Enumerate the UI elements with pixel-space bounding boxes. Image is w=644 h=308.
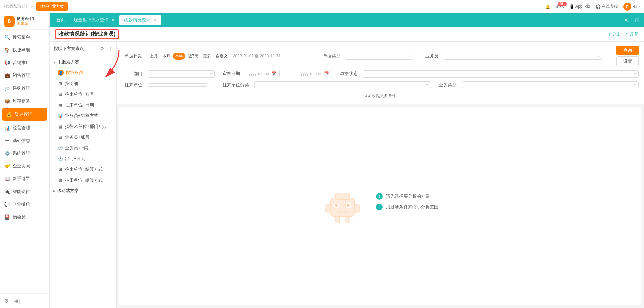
review-date-end[interactable]: yyyy-mm-dd 📅 — [298, 70, 332, 78]
scheme-list: ▼ 电脑端方案 👤 按业务员 ⊞ 按明细 ▦ — [50, 56, 116, 308]
this-month-btn[interactable]: 本月 — [160, 53, 172, 60]
doc-type-select[interactable]: ▾ — [346, 53, 413, 60]
scheme-item-label: 往来单位+结算方式 — [65, 166, 103, 172]
sidebar-label: 快捷导航 — [13, 47, 30, 53]
tab-bar: 首页 现金银行流水查询 ✕ 收款情况统计 ✕ ✕ ⊡ — [50, 13, 644, 27]
last-7-days-btn[interactable]: 近7天 — [186, 53, 200, 60]
filter-action-buttons: 查询 设置 — [616, 46, 639, 66]
sidebar-item-inventory[interactable]: 📦 库存核算 — [0, 95, 49, 107]
more-date-btn[interactable]: 更多 — [201, 53, 213, 60]
notification-count: 99+ — [558, 2, 567, 6]
sidebar-item-basic-info[interactable]: 🗃 基础信息 — [0, 134, 49, 147]
scheme-icon: ▦ — [58, 102, 63, 108]
counterparty-select[interactable] — [148, 83, 208, 87]
dept-select[interactable]: ▾ — [148, 70, 215, 78]
tab-home[interactable]: 首页 — [52, 15, 69, 25]
sidebar-label: 采购管理 — [13, 85, 30, 91]
review-date-start[interactable]: yyyy-mm-dd 📅 — [246, 70, 280, 78]
app-download[interactable]: 📱 App下载 — [569, 4, 590, 9]
sidebar-label: 系统管理 — [13, 150, 30, 156]
scheme-group-desktop-header[interactable]: ▼ 电脑端方案 — [50, 57, 116, 67]
user-avatar[interactable]: R Rit ▾ — [623, 3, 640, 11]
scheme-icon: 📊 — [58, 113, 63, 118]
download-icon: 📱 — [569, 4, 574, 9]
filter-row-2: 部门 ▾ 审核日期 yyyy-mm-dd 📅 — yyyy-mm-dd — [122, 70, 639, 78]
filter-row-3: 往来单位 ... 往来单位分类 ▾ 业务类型 — [122, 81, 639, 88]
scheme-item-label: 按业务员 — [66, 70, 83, 76]
finance-icon: 💰 — [6, 111, 12, 117]
sidebar-label: 企业微信 — [13, 201, 30, 207]
scheme-item-salesperson-date[interactable]: 🕐 业务员+日期 — [50, 143, 116, 153]
export-button[interactable]: ↑ 导出 — [609, 31, 621, 37]
custom-date-btn[interactable]: 自定义 — [214, 53, 230, 60]
trial-button[interactable]: 体验行业方案 — [36, 2, 68, 11]
last-month-btn[interactable]: 上月 — [148, 53, 160, 60]
scheme-item-unit-payment2[interactable]: ▦ 往来单位+结算方式 — [50, 175, 116, 186]
window-close-button[interactable]: ✕ — [622, 16, 630, 24]
tab-close-bank-flow[interactable]: ✕ — [111, 18, 115, 22]
filter-settings-button[interactable]: 设置 — [616, 56, 639, 66]
content-area: 首页 现金银行流水查询 ✕ 收款情况统计 ✕ ✕ ⊡ 收款情况统计(按业务员) … — [50, 13, 644, 308]
scheme-item-unit-date[interactable]: ▦ 往来单位+日期 — [50, 100, 116, 110]
scheme-item-unit-payment1[interactable]: ⊞ 往来单位+结算方式 — [50, 164, 116, 175]
panel-title: 按以下方案查询 — [54, 46, 84, 52]
tab-close-collection-stats[interactable]: ✕ — [153, 18, 156, 22]
scheme-item-salesperson-payment[interactable]: 📊 业务员+结算方式 — [50, 110, 116, 121]
sidebar-item-quick-nav[interactable]: 🏠 快捷导航 — [0, 44, 49, 56]
collapse-conditions-button[interactable]: ∧∧ 收起更多条件 — [122, 92, 639, 100]
collapse-panel-button[interactable]: 《 — [106, 45, 112, 52]
sidebar-item-wechat[interactable]: 💬 企业微信 — [0, 198, 49, 211]
doc-status-select[interactable]: ▾ — [363, 70, 639, 78]
scheme-icon: 🕐 — [58, 156, 63, 161]
scheme-item-by-detail[interactable]: ⊞ 按明细 — [50, 78, 116, 89]
filter-area: 单据日期 上月 本月 本年 近7天 更多 自定义 2023-01-01 至 20… — [117, 42, 644, 104]
active-scheme-icon: 👤 — [58, 70, 64, 76]
salesperson-select[interactable]: ▾ — [444, 53, 602, 60]
window-maximize-button[interactable]: ⊡ — [633, 16, 641, 24]
sidebar-label: 新手引导 — [13, 176, 30, 182]
query-button[interactable]: 查询 — [616, 46, 639, 55]
sidebar-item-guide[interactable]: 📖 新手引导 — [0, 172, 49, 185]
tab-bank-flow[interactable]: 现金银行流水查询 ✕ — [69, 15, 119, 25]
counterparty-more-button[interactable]: ... — [209, 82, 217, 88]
calendar-icon: 📅 — [272, 71, 277, 76]
refresh-button[interactable]: ↻ 刷新 — [625, 31, 639, 37]
sidebar-settings-button[interactable]: ⚙ — [3, 296, 10, 305]
add-scheme-button[interactable]: + — [94, 45, 98, 52]
scheme-item-unit-dept-collect[interactable]: ▦ 按往来单位+部门+收... — [50, 121, 116, 132]
hardware-icon: 🔌 — [4, 189, 10, 195]
sidebar-collapse-button[interactable]: ◀‖ — [13, 296, 22, 305]
counterparty-control: ... — [148, 82, 217, 88]
scheme-item-by-salesperson[interactable]: 👤 按业务员 — [50, 67, 116, 78]
salesperson-more-button[interactable]: ... — [604, 53, 611, 59]
sidebar-item-sales[interactable]: 💼 销售管理 — [0, 69, 49, 82]
page-actions: ↑ 导出 ↻ 刷新 — [609, 31, 639, 37]
scheme-item-unit-account[interactable]: ▦ 往来单位+账号 — [50, 89, 116, 100]
sidebar-item-operations[interactable]: 📊 经营管理 — [0, 121, 49, 134]
sidebar-item-hardware[interactable]: 🔌 智能硬件 — [0, 185, 49, 198]
online-service[interactable]: 🎧 在线客服 — [596, 4, 618, 9]
notification-area[interactable]: 🔔 99+ 消息 — [545, 4, 564, 9]
sidebar-item-marketing[interactable]: 📢 营销推广 — [0, 56, 49, 69]
scheme-group-desktop: ▼ 电脑端方案 👤 按业务员 ⊞ 按明细 ▦ — [50, 57, 116, 186]
date-label: 单据日期 — [122, 53, 142, 59]
scheme-item-dept-date[interactable]: 🕐 部门+日期 — [50, 153, 116, 164]
svg-rect-8 — [354, 205, 359, 213]
scheme-group-mobile-header[interactable]: ▶ 移动端方案 — [50, 186, 116, 196]
filter-row-1: 单据日期 上月 本月 本年 近7天 更多 自定义 2023-01-01 至 20… — [122, 46, 639, 66]
tab-collection-stats[interactable]: 收款情况统计 ✕ — [119, 15, 161, 25]
counterparty-category-select[interactable]: ▾ — [254, 81, 431, 88]
business-type-select[interactable]: ▾ — [462, 81, 639, 88]
sidebar-label: 搜索菜单 — [13, 34, 30, 40]
main-content: 按以下方案查询 + ⚙ 《 ▼ 电脑端方案 — [50, 42, 644, 308]
this-year-btn[interactable]: 本年 — [173, 53, 185, 60]
sidebar-item-search-menu[interactable]: 🔍 搜索菜单 — [0, 31, 49, 44]
sidebar-item-member[interactable]: 🎴 畅会员 — [0, 211, 49, 223]
scheme-item-salesperson-account[interactable]: ▦ 业务员+账号 — [50, 132, 116, 143]
sidebar-item-purchase[interactable]: 🛒 采购管理 — [0, 82, 49, 95]
sidebar-item-finance[interactable]: 💰 资金管理 — [2, 108, 47, 121]
scheme-settings-button[interactable]: ⚙ — [99, 45, 105, 52]
sidebar-item-enterprise[interactable]: 🤝 企业协同 — [0, 160, 49, 172]
sidebar-item-system[interactable]: ⚙️ 系统管理 — [0, 147, 49, 160]
logo-area: 6 畅捷通好生 标准版 — [0, 13, 49, 30]
